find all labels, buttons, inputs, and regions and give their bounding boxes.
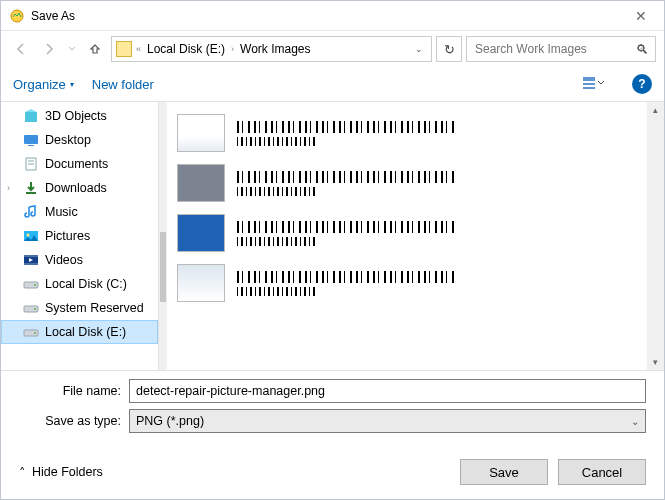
navigation-pane[interactable]: 3D ObjectsDesktopDocuments›DownloadsMusi… — [1, 102, 159, 370]
file-thumbnail — [177, 114, 225, 152]
nav-item-downloads[interactable]: ›Downloads — [1, 176, 158, 200]
file-name-redacted — [237, 171, 457, 183]
title-bar: Save As ✕ — [1, 1, 664, 31]
file-meta-redacted — [237, 187, 317, 196]
organize-label: Organize — [13, 77, 66, 92]
videos-icon — [23, 252, 39, 268]
svg-rect-15 — [24, 255, 38, 257]
filetype-value: PNG (*.png) — [136, 414, 204, 428]
breadcrumb-disk[interactable]: Local Disk (E:) — [145, 42, 227, 56]
dialog-body: 3D ObjectsDesktopDocuments›DownloadsMusi… — [1, 101, 664, 371]
expand-icon[interactable]: › — [7, 183, 10, 193]
nav-item-desktop[interactable]: Desktop — [1, 128, 158, 152]
file-meta-redacted — [237, 137, 317, 146]
hide-folders-toggle[interactable]: ˄ Hide Folders — [19, 465, 103, 480]
address-dropdown[interactable]: ⌄ — [411, 44, 427, 54]
refresh-button[interactable]: ↻ — [436, 36, 462, 62]
scroll-up-icon[interactable]: ▴ — [647, 102, 664, 118]
nav-item-docs[interactable]: Documents — [1, 152, 158, 176]
save-button[interactable]: Save — [460, 459, 548, 485]
docs-icon — [23, 156, 39, 172]
nav-item-videos[interactable]: Videos — [1, 248, 158, 272]
list-item[interactable] — [171, 208, 643, 258]
nav-item-label: Pictures — [45, 229, 90, 243]
svg-point-22 — [34, 332, 36, 334]
svg-rect-4 — [583, 87, 595, 89]
search-input[interactable] — [473, 41, 636, 57]
drive-icon — [23, 324, 39, 340]
content-scrollbar[interactable]: ▴ ▾ — [647, 102, 664, 370]
nav-item-drive[interactable]: Local Disk (C:) — [1, 272, 158, 296]
save-form: File name: Save as type: PNG (*.png) ⌄ — [1, 371, 664, 445]
search-icon: 🔍︎ — [636, 42, 649, 57]
nav-item-label: Downloads — [45, 181, 107, 195]
svg-rect-11 — [26, 192, 36, 194]
drive-icon — [23, 300, 39, 316]
filename-input[interactable] — [129, 379, 646, 403]
list-item[interactable] — [171, 158, 643, 208]
cancel-button[interactable]: Cancel — [558, 459, 646, 485]
file-thumbnail — [177, 164, 225, 202]
nav-item-label: Documents — [45, 157, 108, 171]
address-bar[interactable]: « Local Disk (E:) › Work Images ⌄ — [111, 36, 432, 62]
forward-button[interactable] — [37, 37, 61, 61]
chevron-up-icon: ˄ — [19, 465, 26, 480]
scroll-down-icon[interactable]: ▾ — [647, 354, 664, 370]
nav-item-label: Music — [45, 205, 78, 219]
chevron-right-icon: › — [229, 44, 236, 54]
nav-item-label: Desktop — [45, 133, 91, 147]
desktop-icon — [23, 132, 39, 148]
svg-rect-2 — [583, 77, 595, 81]
file-thumbnail — [177, 264, 225, 302]
music-icon — [23, 204, 39, 220]
nav-item-pictures[interactable]: Pictures — [1, 224, 158, 248]
chevron-down-icon: ⌄ — [631, 416, 639, 427]
nav-item-cube[interactable]: 3D Objects — [1, 104, 158, 128]
list-item[interactable] — [171, 108, 643, 158]
filetype-label: Save as type: — [19, 414, 129, 428]
search-box[interactable]: 🔍︎ — [466, 36, 656, 62]
nav-item-label: Local Disk (E:) — [45, 325, 126, 339]
file-list[interactable]: ▴ ▾ — [167, 102, 664, 370]
filetype-select[interactable]: PNG (*.png) ⌄ — [129, 409, 646, 433]
recent-locations-button[interactable] — [65, 37, 79, 61]
dialog-footer: ˄ Hide Folders Save Cancel — [1, 445, 664, 499]
file-meta-redacted — [237, 287, 317, 296]
nav-item-label: Videos — [45, 253, 83, 267]
file-meta-redacted — [237, 237, 317, 246]
save-as-dialog: Save As ✕ « Local Disk (E:) › Work Image… — [0, 0, 665, 500]
pictures-icon — [23, 228, 39, 244]
folder-icon — [116, 41, 132, 57]
organize-menu[interactable]: Organize ▾ — [13, 77, 74, 92]
file-thumbnail — [177, 214, 225, 252]
list-item[interactable] — [171, 258, 643, 308]
svg-rect-7 — [28, 145, 34, 146]
svg-rect-5 — [25, 112, 37, 122]
file-name-redacted — [237, 121, 457, 133]
help-button[interactable]: ? — [632, 74, 652, 94]
navigation-bar: « Local Disk (E:) › Work Images ⌄ ↻ 🔍︎ — [1, 31, 664, 67]
app-icon — [9, 8, 25, 24]
drive-icon — [23, 276, 39, 292]
breadcrumb-folder[interactable]: Work Images — [238, 42, 312, 56]
hide-folders-label: Hide Folders — [32, 465, 103, 479]
filename-label: File name: — [19, 384, 129, 398]
back-button[interactable] — [9, 37, 33, 61]
splitter[interactable] — [159, 102, 167, 370]
nav-item-label: Local Disk (C:) — [45, 277, 127, 291]
nav-item-drive[interactable]: Local Disk (E:) — [1, 320, 158, 344]
up-button[interactable] — [83, 37, 107, 61]
window-title: Save As — [31, 9, 618, 23]
nav-item-label: System Reserved — [45, 301, 144, 315]
cube-icon — [23, 108, 39, 124]
nav-item-drive[interactable]: System Reserved — [1, 296, 158, 320]
view-options-button[interactable] — [580, 72, 608, 96]
new-folder-button[interactable]: New folder — [92, 77, 154, 92]
nav-item-music[interactable]: Music — [1, 200, 158, 224]
svg-point-13 — [27, 234, 30, 237]
nav-scrollbar-thumb[interactable] — [160, 232, 166, 302]
close-button[interactable]: ✕ — [618, 1, 664, 31]
svg-rect-16 — [24, 263, 38, 265]
svg-point-18 — [34, 284, 36, 286]
nav-item-label: 3D Objects — [45, 109, 107, 123]
